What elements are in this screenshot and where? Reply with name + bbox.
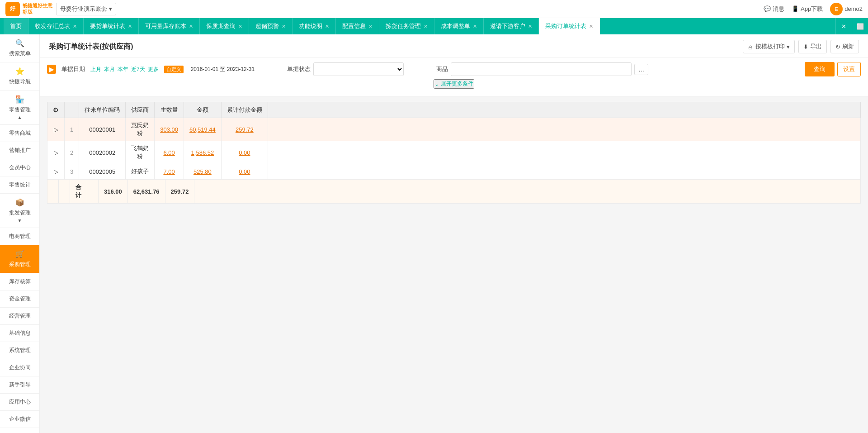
close-icon[interactable]: ✕ bbox=[589, 24, 593, 29]
col-quantity-header: 主数量 bbox=[155, 102, 184, 118]
sidebar-item-wholesale[interactable]: 📦 批发管理 ▼ bbox=[0, 194, 39, 228]
sidebar-item-appcenter[interactable]: 应用中心 bbox=[0, 394, 39, 411]
tab-pihuo[interactable]: 拣货任务管理 ✕ bbox=[379, 18, 434, 34]
search-button[interactable]: 查询 bbox=[805, 62, 835, 76]
tab-shoufayihui[interactable]: 收发存汇总表 ✕ bbox=[28, 18, 84, 34]
sidebar-item-wechat[interactable]: 企业微信 bbox=[0, 411, 39, 428]
close-icon[interactable]: ✕ bbox=[238, 24, 242, 29]
tab-caigou[interactable]: 采购订单统计表 ✕ bbox=[539, 18, 600, 34]
close-icon[interactable]: ✕ bbox=[282, 24, 286, 29]
close-icon[interactable]: ✕ bbox=[325, 24, 329, 29]
row-unitcode-cell: 00020001 bbox=[79, 118, 126, 141]
sidebar-item-collab[interactable]: 企业协同 bbox=[0, 359, 39, 376]
col-settings-header[interactable]: ⚙ bbox=[47, 102, 65, 118]
filter-toggle-button[interactable]: ▶ bbox=[47, 65, 56, 74]
row-quantity-cell[interactable]: 7.00 bbox=[155, 164, 184, 179]
sidebar-item-ecommerce[interactable]: 电商管理 bbox=[0, 228, 39, 245]
sidebar-item-operation[interactable]: 经营管理 bbox=[0, 308, 39, 325]
export-button[interactable]: ⬇ 导出 bbox=[798, 40, 827, 53]
logo-text: 畅捷通好生意 标版 bbox=[23, 3, 52, 14]
status-select[interactable] bbox=[313, 62, 404, 76]
company-selector[interactable]: 母婴行业演示账套 ▾ bbox=[56, 3, 116, 15]
row-settings-cell[interactable]: ▷ bbox=[47, 141, 65, 164]
chevron-down-icon: ▾ bbox=[109, 5, 112, 12]
row-paid-cell[interactable]: 0.00 bbox=[221, 164, 268, 179]
column-settings-button[interactable]: 设置 bbox=[837, 62, 861, 76]
row-amount-cell[interactable]: 1,586.52 bbox=[184, 141, 222, 164]
top-bar-right: 💬 消息 📱 App下载 E demo2 bbox=[764, 3, 863, 15]
sidebar-item-marketing[interactable]: 营销推广 bbox=[0, 142, 39, 159]
row-quantity-cell[interactable]: 6.00 bbox=[155, 141, 184, 164]
expand-more-row: ⌄ 展开更多条件 bbox=[47, 76, 861, 91]
close-icon[interactable]: ✕ bbox=[473, 24, 477, 29]
row-quantity-cell[interactable]: 303.00 bbox=[155, 118, 184, 141]
date-this-month[interactable]: 本月 bbox=[104, 66, 115, 73]
message-icon: 💬 bbox=[764, 5, 771, 12]
date-more[interactable]: 更多 bbox=[148, 66, 159, 73]
tab-peizhi[interactable]: 配置信息 ✕ bbox=[336, 18, 379, 34]
table-footer-row: 合计 316.00 62,631.76 259.72 bbox=[47, 180, 861, 204]
goods-label: 商品 bbox=[436, 65, 448, 73]
app-download-button[interactable]: 📱 App下载 bbox=[792, 5, 823, 13]
tab-chaochuyujing[interactable]: 超储预警 ✕ bbox=[249, 18, 292, 34]
more-options-button[interactable]: … bbox=[634, 64, 648, 75]
row-paid-cell[interactable]: 0.00 bbox=[221, 141, 268, 164]
close-icon[interactable]: ✕ bbox=[368, 24, 373, 29]
sidebar-item-member[interactable]: 会员中心 bbox=[0, 159, 39, 176]
expand-more-button[interactable]: ⌄ 展开更多条件 bbox=[434, 79, 474, 89]
table-row: ▷ 3 00020005 好孩子 7.00 525.80 0.00 bbox=[47, 164, 861, 179]
search-icon: 🔍 bbox=[15, 39, 24, 48]
col-paid-header: 累计付款金额 bbox=[221, 102, 268, 118]
row-paid-cell[interactable]: 259.72 bbox=[221, 118, 268, 141]
data-table: ⚙ 往来单位编码 供应商 主数量 金额 累计付款金额 ▷ 1 00020001 … bbox=[47, 102, 861, 179]
row-num-cell: 3 bbox=[65, 164, 79, 179]
refresh-icon: ↻ bbox=[835, 43, 840, 50]
sidebar-item-retail-stat[interactable]: 零售统计 bbox=[0, 176, 39, 194]
tab-keyongliang[interactable]: 可用量库存账本 ✕ bbox=[139, 18, 200, 34]
close-icon[interactable]: ✕ bbox=[73, 24, 77, 29]
message-button[interactable]: 💬 消息 bbox=[764, 5, 784, 13]
chevron-down-icon: ▼ bbox=[18, 218, 22, 223]
sidebar-item-purchase[interactable]: 🛒 采购管理 bbox=[0, 245, 39, 273]
col-unitcode-header: 往来单位编码 bbox=[79, 102, 126, 118]
sidebar-item-retail-mall[interactable]: 零售商城 bbox=[0, 125, 39, 142]
tab-maximize[interactable]: ⬜ bbox=[852, 18, 868, 34]
sidebar-item-finance[interactable]: 资金管理 bbox=[0, 290, 39, 308]
tab-yaoqing[interactable]: 邀请下游客户 ✕ bbox=[484, 18, 539, 34]
date-custom-tag[interactable]: 自定义 bbox=[164, 66, 184, 73]
tab-home[interactable]: 首页 bbox=[4, 18, 28, 34]
sidebar-item-vip[interactable]: 畅会员 bbox=[0, 428, 39, 433]
row-amount-cell[interactable]: 60,519.44 bbox=[184, 118, 222, 141]
tab-baobaoqi[interactable]: 保质期查询 ✕ bbox=[200, 18, 249, 34]
close-icon[interactable]: ✕ bbox=[128, 24, 132, 29]
date-this-year[interactable]: 本年 bbox=[118, 66, 128, 73]
tab-chengben[interactable]: 成本调整单 ✕ bbox=[434, 18, 484, 34]
row-settings-cell[interactable]: ▷ bbox=[47, 164, 65, 179]
row-settings-cell[interactable]: ▷ bbox=[47, 118, 65, 141]
tab-close-all[interactable]: ✕ bbox=[835, 18, 852, 34]
footer-rownum-cell bbox=[59, 180, 70, 204]
close-icon[interactable]: ✕ bbox=[528, 24, 532, 29]
sidebar-item-shortcuts[interactable]: ⭐ 快捷导航 bbox=[0, 62, 39, 90]
tab-gongneng[interactable]: 功能说明 ✕ bbox=[292, 18, 336, 34]
sidebar-item-inventory[interactable]: 库存核算 bbox=[0, 273, 39, 290]
date-shortcuts: 上月 本月 本年 近7天 更多 bbox=[90, 66, 159, 73]
sidebar-item-basic[interactable]: 基础信息 bbox=[0, 325, 39, 342]
date-last-7days[interactable]: 近7天 bbox=[131, 66, 145, 73]
sidebar-item-newbie[interactable]: 新手引导 bbox=[0, 376, 39, 394]
goods-input[interactable] bbox=[451, 62, 632, 76]
filter-area: ▶ 单据日期 上月 本月 本年 近7天 更多 自定义 2016-01-01 至 … bbox=[40, 57, 868, 96]
sidebar-item-retail[interactable]: 🏪 零售管理 ▲ bbox=[0, 90, 39, 125]
close-icon[interactable]: ✕ bbox=[189, 24, 193, 29]
date-last-month[interactable]: 上月 bbox=[90, 66, 101, 73]
sidebar-item-system[interactable]: 系统管理 bbox=[0, 342, 39, 359]
row-unitcode-cell: 00020005 bbox=[79, 164, 126, 179]
sidebar-item-search[interactable]: 🔍 搜索菜单 bbox=[0, 34, 39, 62]
row-unitcode-cell: 00020002 bbox=[79, 141, 126, 164]
row-amount-cell[interactable]: 525.80 bbox=[184, 164, 222, 179]
close-icon[interactable]: ✕ bbox=[424, 24, 428, 29]
print-button[interactable]: 🖨 按模板打印 ▾ bbox=[743, 40, 795, 53]
tab-yaohuo[interactable]: 要货单统计表 ✕ bbox=[84, 18, 139, 34]
refresh-button[interactable]: ↻ 刷新 bbox=[830, 40, 859, 53]
user-profile[interactable]: E demo2 bbox=[830, 3, 863, 15]
